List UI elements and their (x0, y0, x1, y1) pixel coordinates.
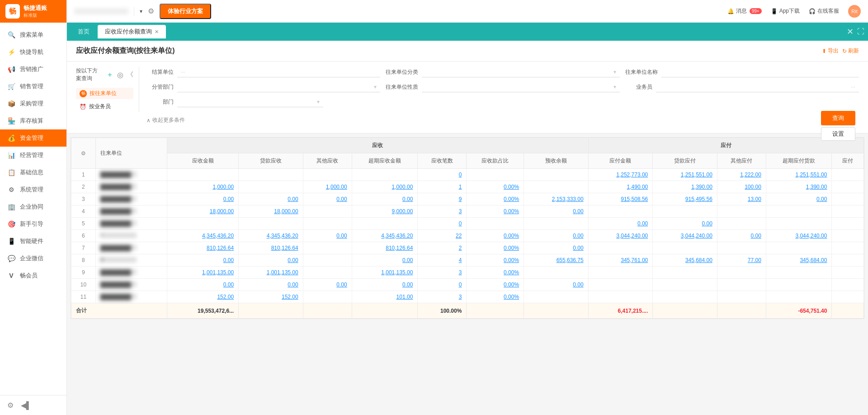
app-download-item[interactable]: 📱 App下载 (771, 7, 800, 15)
yingshou-cell-3[interactable]: 0.00 (352, 193, 418, 205)
footer-yingfu-total2[interactable]: -654,751.40 (766, 303, 832, 319)
tab-expand-icon[interactable]: ⛶ (857, 28, 864, 36)
yingshou-cell-5[interactable]: 0.00% (467, 242, 524, 254)
yingfu-cell-3[interactable]: 1,251,551.00 (766, 169, 832, 181)
yingshou-cell-6[interactable]: 0.00 (524, 205, 589, 218)
yingshou-cell-0[interactable]: 1,001,135.00 (167, 267, 238, 279)
sidebar-item-operations[interactable]: 📊 经营管理 (0, 147, 66, 164)
sidebar-item-finance[interactable]: 💰 资金管理 (0, 129, 66, 147)
scheme-item-by-unit[interactable]: 畅 按往来单位 (76, 88, 133, 99)
sidebar-item-enterprise[interactable]: 🏢 企业协同 (0, 198, 66, 215)
yingfu-cell-0[interactable]: 915,508.56 (588, 193, 653, 205)
yingfu-cell-0[interactable]: 345,761.00 (588, 254, 653, 267)
sidebar-item-system[interactable]: ⚙ 系统管理 (0, 181, 66, 198)
yingfu-cell-2[interactable]: 100.00 (717, 181, 766, 193)
yingshou-cell-1[interactable]: 18,000.00 (239, 205, 303, 218)
yingfu-cell-1[interactable]: 915,495.56 (653, 193, 717, 205)
yingshou-cell-6[interactable]: 0.00 (524, 242, 589, 254)
yingshou-cell-1[interactable]: 0.00 (239, 254, 303, 267)
yingshou-cell-3[interactable]: 101.00 (352, 291, 418, 303)
yingshou-cell-1[interactable]: 4,345,436.20 (239, 230, 303, 242)
sidebar-item-marketing[interactable]: 📢 营销推广 (0, 61, 66, 78)
yingshou-cell-5[interactable]: 0.00% (467, 193, 524, 205)
query-button[interactable]: 查询 (821, 111, 855, 125)
header-dropdown[interactable]: ▾ (140, 8, 142, 14)
yingshou-cell-6[interactable]: 0.00 (524, 230, 589, 242)
yingshou-cell-0[interactable]: 1,000.00 (167, 181, 238, 193)
yingshou-cell-3[interactable]: 810,126.64 (352, 242, 418, 254)
yingfu-cell-0[interactable]: 1,252,773.00 (588, 169, 653, 181)
yingshou-cell-3[interactable]: 1,000.00 (352, 181, 418, 193)
yingshou-cell-4[interactable]: 4 (418, 254, 467, 267)
header-settings-icon[interactable]: ⚙ (148, 7, 154, 15)
yingshou-cell-3[interactable]: 9,000.00 (352, 205, 418, 218)
yingfu-cell-3[interactable]: 345,684.00 (766, 254, 832, 267)
yingshou-cell-4[interactable]: 3 (418, 205, 467, 218)
yingshou-cell-5[interactable]: 0.00% (467, 205, 524, 218)
yingshou-cell-1[interactable]: 810,126.64 (239, 242, 303, 254)
sidebar-item-sales[interactable]: 🛒 销售管理 (0, 78, 66, 95)
yingshou-cell-0[interactable]: 18,000.00 (167, 205, 238, 218)
yingshou-cell-5[interactable]: 0.00% (467, 279, 524, 291)
export-button[interactable]: ⬆ 导出 (822, 47, 839, 55)
promo-button[interactable]: 体验行业方案 (160, 4, 211, 19)
yingfu-cell-1[interactable]: 1,390.00 (653, 181, 717, 193)
notification-item[interactable]: 🔔 消息 99+ (727, 7, 762, 15)
yingfu-cell-0[interactable]: 1,490.00 (588, 181, 653, 193)
sidebar-item-hardware[interactable]: 📱 智能硬件 (0, 233, 66, 250)
sidebar-item-member[interactable]: V 畅会员 (0, 267, 66, 284)
yingshou-cell-4[interactable]: 0 (418, 169, 467, 181)
yingshou-cell-1[interactable]: 152.00 (239, 291, 303, 303)
yingshou-cell-0[interactable]: 152.00 (167, 291, 238, 303)
sidebar-collapse-btn[interactable]: ◀▌ (21, 401, 31, 410)
yingshou-cell-0[interactable]: 810,126.64 (167, 242, 238, 254)
yingshou-cell-5[interactable]: 0.00% (467, 254, 524, 267)
filter-add-icon[interactable]: ＋ (106, 70, 113, 80)
yingfu-cell-1[interactable]: 1,251,551.00 (653, 169, 717, 181)
yingfu-cell-1[interactable]: 345,684.00 (653, 254, 717, 267)
refresh-button[interactable]: ↻ 刷新 (842, 47, 859, 55)
yingshou-cell-1[interactable]: 1,001,135.00 (239, 267, 303, 279)
settings-button[interactable]: 设置 (821, 127, 855, 141)
yingshou-cell-5[interactable]: 0.00% (467, 181, 524, 193)
yingshou-cell-0[interactable]: 0.00 (167, 254, 238, 267)
yingshou-cell-5[interactable]: 0.00% (467, 267, 524, 279)
yingshou-cell-4[interactable]: 1 (418, 181, 467, 193)
yingfu-cell-2[interactable]: 77.00 (717, 254, 766, 267)
collapse-more-btn[interactable]: ∧ 收起更多条件 (146, 113, 185, 128)
sidebar-item-shortcut[interactable]: ⚡ 快捷导航 (0, 43, 66, 61)
sidebar-item-guide[interactable]: 🎯 新手引导 (0, 215, 66, 233)
yingshou-cell-4[interactable]: 0 (418, 279, 467, 291)
yingshou-cell-4[interactable]: 3 (418, 291, 467, 303)
yingfu-cell-3[interactable]: 3,044,240.00 (766, 230, 832, 242)
table-settings-col[interactable]: ⚙ (71, 138, 96, 169)
sidebar-item-purchase[interactable]: 📦 采购管理 (0, 95, 66, 112)
yingfu-cell-2[interactable]: 13.00 (717, 193, 766, 205)
yingshou-cell-3[interactable]: 0.00 (352, 254, 418, 267)
filter-collapse-icon[interactable]: 《 (127, 71, 133, 79)
yingfu-cell-0[interactable]: 0.00 (588, 218, 653, 230)
tab-close-icon[interactable]: ✕ (155, 29, 159, 35)
footer-yingfu-total1[interactable]: 6,417,215.... (588, 303, 653, 319)
sidebar-settings-btn[interactable]: ⚙ (7, 401, 14, 410)
tab-query[interactable]: 应收应付余额查询 ✕ (98, 25, 166, 38)
sidebar-item-inventory[interactable]: 🏪 库存核算 (0, 112, 66, 129)
yingshou-cell-3[interactable]: 0.00 (352, 279, 418, 291)
yingshou-cell-6[interactable]: 655,636.75 (524, 254, 589, 267)
partner-name-input[interactable] (661, 67, 859, 77)
scheme-item-by-staff[interactable]: ⏰ 按业务员 (76, 101, 133, 112)
sidebar-item-basic[interactable]: 📋 基础信息 (0, 164, 66, 181)
yingshou-cell-0[interactable]: 4,345,436.20 (167, 230, 238, 242)
yingshou-cell-3[interactable]: 4,345,436.20 (352, 230, 418, 242)
yingshou-cell-4[interactable]: 2 (418, 242, 467, 254)
yingfu-cell-2[interactable]: 1,222.00 (717, 169, 766, 181)
yingshou-cell-0[interactable]: 0.00 (167, 193, 238, 205)
tab-home[interactable]: 首页 (71, 25, 97, 38)
yingshou-cell-6[interactable]: 2,153,333.00 (524, 193, 589, 205)
yingshou-cell-2[interactable]: 1,000.00 (303, 181, 352, 193)
yingshou-cell-5[interactable]: 0.00% (467, 230, 524, 242)
yingshou-cell-4[interactable]: 9 (418, 193, 467, 205)
yingshou-cell-1[interactable]: 0.00 (239, 193, 303, 205)
user-avatar[interactable]: Rit (848, 5, 861, 18)
yingshou-cell-2[interactable]: 0.00 (303, 230, 352, 242)
